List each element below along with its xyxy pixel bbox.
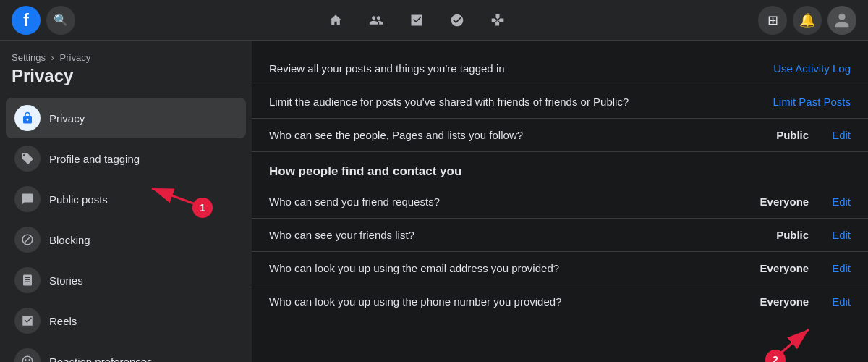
friend-requests-edit-button[interactable]: Edit	[832, 195, 851, 208]
apps-button[interactable]: ⊞	[758, 6, 787, 35]
sidebar-item-public-posts[interactable]: Public posts	[6, 179, 246, 219]
settings-row-friend-requests: Who can send you friend requests? Everyo…	[252, 185, 868, 219]
sidebar-item-reaction-prefs[interactable]: Reaction preferences	[6, 341, 246, 362]
settings-row-review-posts: Review all your posts and things you're …	[252, 52, 868, 85]
email-lookup-edit-button[interactable]: Edit	[832, 262, 851, 274]
top-nav: f 🔍 ⊞ 🔔	[0, 0, 868, 41]
friends-list-label: Who can see your friends list?	[269, 229, 751, 241]
gaming-icon	[490, 13, 505, 28]
settings-row-limit-audience: Limit the audience for posts you've shar…	[252, 85, 868, 119]
watch-icon	[409, 13, 424, 28]
friends-list-edit-button[interactable]: Edit	[832, 229, 851, 241]
review-posts-label: Review all your posts and things you're …	[269, 62, 692, 75]
friend-requests-label: Who can send you friend requests?	[269, 195, 749, 208]
sidebar-item-privacy[interactable]: Privacy	[6, 98, 246, 138]
facebook-logo[interactable]: f	[12, 6, 41, 35]
email-lookup-value: Everyone	[760, 262, 821, 274]
settings-row-phone-lookup: Who can look you up using the phone numb…	[252, 285, 868, 318]
nav-home-button[interactable]	[318, 3, 353, 38]
phone-lookup-label: Who can look you up using the phone numb…	[269, 295, 749, 308]
friends-list-value: Public	[762, 229, 820, 241]
reaction-prefs-icon	[14, 348, 41, 362]
main-layout: Settings › Privacy Privacy Privacy Profi…	[0, 41, 868, 362]
limit-audience-label: Limit the audience for posts you've shar…	[269, 96, 692, 108]
phone-lookup-edit-button[interactable]: Edit	[832, 295, 851, 308]
section-header-text: How people find and contact you	[269, 164, 461, 180]
sidebar-profile-tagging-label: Profile and tagging	[49, 153, 140, 165]
see-follows-edit-button[interactable]: Edit	[832, 129, 851, 141]
see-follows-value: Public	[762, 129, 820, 141]
nav-groups-button[interactable]	[440, 3, 475, 38]
section-header-find-contact: How people find and contact you	[252, 152, 868, 185]
search-button[interactable]: 🔍	[46, 6, 75, 35]
content-area: Review all your posts and things you're …	[252, 41, 868, 362]
breadcrumb-current: Privacy	[60, 52, 91, 63]
notifications-button[interactable]: 🔔	[793, 6, 822, 35]
nav-right: ⊞ 🔔	[758, 6, 856, 35]
stories-icon	[14, 267, 41, 293]
limit-past-posts-button[interactable]: Limit Past Posts	[773, 96, 851, 108]
avatar-icon	[832, 10, 852, 30]
sidebar-item-profile-tagging[interactable]: Profile and tagging	[6, 138, 246, 179]
profile-avatar[interactable]	[827, 6, 856, 35]
search-icon: 🔍	[54, 13, 68, 27]
sidebar-reaction-prefs-label: Reaction preferences	[49, 355, 153, 363]
nav-watch-button[interactable]	[399, 3, 434, 38]
bell-icon: 🔔	[799, 12, 815, 28]
nav-gaming-button[interactable]	[480, 3, 515, 38]
sidebar-item-blocking[interactable]: Blocking	[6, 219, 246, 260]
nav-center	[318, 3, 515, 38]
friends-icon	[369, 13, 383, 28]
email-lookup-label: Who can look you up using the email addr…	[269, 262, 749, 274]
use-activity-log-button[interactable]: Use Activity Log	[773, 62, 851, 75]
sidebar-item-reels[interactable]: Reels	[6, 300, 246, 341]
blocking-icon	[14, 227, 41, 253]
reels-icon	[14, 308, 41, 334]
breadcrumb-separator: ›	[51, 52, 54, 63]
home-icon	[328, 13, 343, 28]
sidebar-reels-label: Reels	[49, 315, 77, 327]
sidebar-item-stories[interactable]: Stories	[6, 260, 246, 300]
breadcrumb-parent: Settings	[12, 52, 46, 63]
nav-friends-button[interactable]	[359, 3, 393, 38]
privacy-icon	[14, 105, 41, 131]
settings-row-see-follows: Who can see the people, Pages and lists …	[252, 119, 868, 152]
public-posts-icon	[14, 186, 41, 212]
sidebar-blocking-label: Blocking	[49, 234, 90, 246]
see-follows-label: Who can see the people, Pages and lists …	[269, 129, 751, 141]
sidebar-public-posts-label: Public posts	[49, 193, 108, 206]
settings-row-email-lookup: Who can look you up using the email addr…	[252, 252, 868, 285]
sidebar-stories-label: Stories	[49, 274, 83, 287]
phone-lookup-value: Everyone	[760, 295, 821, 308]
settings-row-friends-list: Who can see your friends list? Public Ed…	[252, 219, 868, 252]
breadcrumb: Settings › Privacy	[6, 52, 246, 63]
apps-icon: ⊞	[767, 12, 778, 28]
groups-icon	[450, 13, 464, 28]
sidebar-privacy-label: Privacy	[49, 112, 85, 125]
profile-tagging-icon	[14, 146, 41, 172]
sidebar: Settings › Privacy Privacy Privacy Profi…	[0, 41, 252, 362]
page-title: Privacy	[6, 66, 246, 86]
friend-requests-value: Everyone	[760, 195, 821, 208]
nav-left: f 🔍	[12, 6, 75, 35]
content-inner: Review all your posts and things you're …	[252, 41, 868, 329]
